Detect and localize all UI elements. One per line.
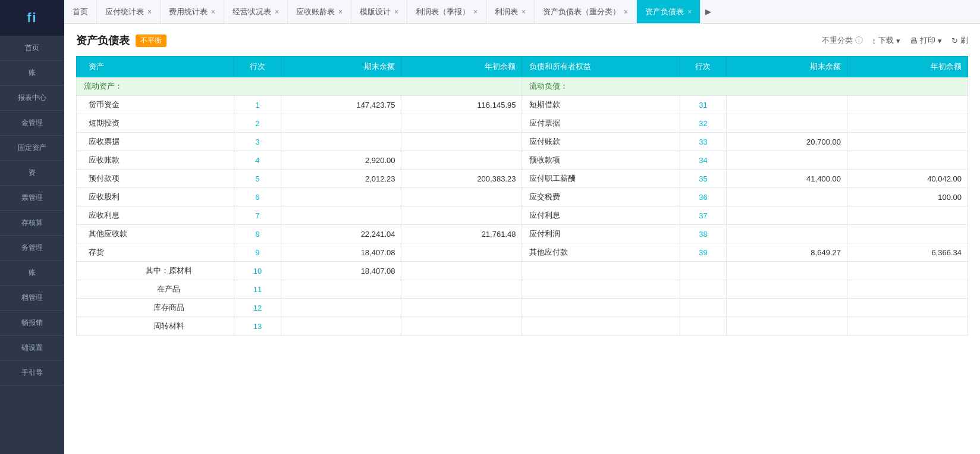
sidebar-item-home[interactable]: 首页 bbox=[0, 36, 64, 61]
download-button[interactable]: ↕ 下载 ▾ bbox=[872, 35, 901, 46]
tab-payable-stats[interactable]: 应付统计表 × bbox=[97, 0, 161, 24]
print-button[interactable]: 🖶 打印 ▾ bbox=[910, 35, 942, 46]
liability-rownum: 39 bbox=[680, 243, 726, 262]
col-header-rownum-left: 行次 bbox=[234, 57, 281, 77]
liability-start-balance bbox=[847, 262, 968, 280]
section-label-left: 流动资产： bbox=[77, 77, 522, 96]
liability-name[interactable] bbox=[522, 280, 680, 299]
liability-end-balance bbox=[726, 262, 847, 280]
asset-name[interactable]: 应收利息 bbox=[77, 206, 234, 225]
page-area: 资产负债表 不平衡 不重分类 ⓘ ↕ 下载 ▾ 🖶 打印 bbox=[64, 24, 980, 454]
asset-name[interactable]: 应收股利 bbox=[77, 188, 234, 206]
liability-name[interactable]: 应付利息 bbox=[522, 206, 680, 225]
asset-rownum: 11 bbox=[234, 280, 281, 299]
close-tab-operation-status[interactable]: × bbox=[275, 8, 279, 16]
sidebar-item-capital[interactable]: 资 bbox=[0, 161, 64, 186]
col-header-start-bal-right: 年初余额 bbox=[847, 57, 968, 77]
tab-receivable-aging[interactable]: 应收账龄表 × bbox=[288, 0, 351, 24]
tab-template-design[interactable]: 模版设计 × bbox=[351, 0, 407, 24]
asset-name[interactable]: 其中：原材料 bbox=[77, 262, 234, 280]
liability-name[interactable]: 其他应付款 bbox=[522, 243, 680, 262]
asset-name[interactable]: 货币资金 bbox=[77, 96, 234, 114]
liability-rownum bbox=[680, 262, 726, 280]
sidebar-logo: fi bbox=[0, 0, 64, 36]
asset-start-balance: 200,383.23 bbox=[401, 170, 522, 188]
sidebar-item-fixed-assets[interactable]: 固定资产 bbox=[0, 136, 64, 161]
asset-start-balance bbox=[401, 151, 522, 170]
close-tab-receivable-aging[interactable]: × bbox=[338, 8, 343, 16]
col-header-liability: 负债和所有者权益 bbox=[522, 57, 680, 77]
asset-name[interactable]: 短期投资 bbox=[77, 114, 234, 133]
liability-rownum: 35 bbox=[680, 170, 726, 188]
asset-name[interactable]: 周转材料 bbox=[77, 317, 234, 336]
table-row: 其中：原材料 10 18,407.08 bbox=[77, 262, 968, 280]
close-tab-expense-stats[interactable]: × bbox=[211, 8, 215, 16]
close-tab-payable-stats[interactable]: × bbox=[147, 8, 152, 16]
tab-operation-status[interactable]: 经营状况表 × bbox=[224, 0, 288, 24]
asset-name[interactable]: 库存商品 bbox=[77, 299, 234, 317]
liability-start-balance bbox=[847, 317, 968, 336]
liability-name[interactable]: 应付票据 bbox=[522, 114, 680, 133]
tab-balance-reclassified[interactable]: 资产负债表（重分类） × bbox=[535, 0, 637, 24]
liability-name[interactable]: 应付账款 bbox=[522, 133, 680, 151]
asset-name[interactable]: 应收账款 bbox=[77, 151, 234, 170]
liability-start-balance: 6,366.34 bbox=[847, 243, 968, 262]
asset-rownum: 2 bbox=[234, 114, 281, 133]
sidebar-item-task-mgmt[interactable]: 务管理 bbox=[0, 236, 64, 261]
asset-name[interactable]: 其他应收款 bbox=[77, 225, 234, 243]
col-header-rownum-right: 行次 bbox=[680, 57, 726, 77]
asset-end-balance: 2,012.23 bbox=[281, 170, 401, 188]
tab-profit[interactable]: 利润表 × bbox=[486, 0, 535, 24]
liability-name[interactable]: 应交税费 bbox=[522, 188, 680, 206]
sidebar-item-ledger[interactable]: 账 bbox=[0, 261, 64, 286]
table-row: 库存商品 12 bbox=[77, 299, 968, 317]
liability-name[interactable]: 应付职工薪酬 bbox=[522, 170, 680, 188]
liability-end-balance bbox=[726, 206, 847, 225]
close-tab-balance-sheet[interactable]: × bbox=[687, 8, 692, 16]
col-header-end-bal-left: 期末余额 bbox=[281, 57, 401, 77]
sidebar-item-invoice-mgmt[interactable]: 票管理 bbox=[0, 186, 64, 211]
refresh-button[interactable]: ↻ 刷 bbox=[951, 35, 968, 46]
close-tab-template-design[interactable]: × bbox=[394, 8, 398, 16]
sidebar-item-file-mgmt[interactable]: 档管理 bbox=[0, 286, 64, 311]
liability-end-balance bbox=[726, 299, 847, 317]
liability-name[interactable] bbox=[522, 262, 680, 280]
sidebar-item-report-center[interactable]: 报表中心 bbox=[0, 86, 64, 111]
asset-start-balance bbox=[401, 114, 522, 133]
liability-name[interactable]: 应付利润 bbox=[522, 225, 680, 243]
tab-balance-sheet[interactable]: 资产负债表 × bbox=[637, 0, 701, 24]
liability-name[interactable] bbox=[522, 317, 680, 336]
liability-start-balance bbox=[847, 151, 968, 170]
close-tab-balance-reclassified[interactable]: × bbox=[624, 8, 628, 16]
tab-expense-stats[interactable]: 费用统计表 × bbox=[161, 0, 224, 24]
asset-name[interactable]: 应收票据 bbox=[77, 133, 234, 151]
liability-name[interactable] bbox=[522, 299, 680, 317]
page-header: 资产负债表 不平衡 不重分类 ⓘ ↕ 下载 ▾ 🖶 打印 bbox=[76, 33, 968, 48]
sidebar-item-fund-mgmt[interactable]: 金管理 bbox=[0, 111, 64, 136]
main-content: 首页 应付统计表 × 费用统计表 × 经营状况表 × 应收账龄表 × 模版设计 … bbox=[64, 0, 980, 454]
close-tab-profit[interactable]: × bbox=[522, 8, 526, 16]
sidebar-item-account[interactable]: 账 bbox=[0, 61, 64, 86]
liability-name[interactable]: 短期借款 bbox=[522, 96, 680, 114]
liability-rownum bbox=[680, 280, 726, 299]
liability-end-balance bbox=[726, 188, 847, 206]
close-tab-profit-quarterly[interactable]: × bbox=[473, 8, 478, 16]
asset-name[interactable]: 在产品 bbox=[77, 280, 234, 299]
tab-home[interactable]: 首页 bbox=[64, 0, 97, 24]
sidebar-item-inventory[interactable]: 存核算 bbox=[0, 211, 64, 236]
liability-end-balance bbox=[726, 151, 847, 170]
asset-name[interactable]: 预付款项 bbox=[77, 170, 234, 188]
sidebar-item-expense[interactable]: 畅报销 bbox=[0, 311, 64, 336]
tab-profit-quarterly[interactable]: 利润表（季报） × bbox=[407, 0, 486, 24]
sidebar-item-guide[interactable]: 手引导 bbox=[0, 361, 64, 386]
asset-rownum: 1 bbox=[234, 96, 281, 114]
tab-scroll-right[interactable]: ▶ bbox=[701, 0, 716, 24]
liability-start-balance bbox=[847, 133, 968, 151]
asset-name[interactable]: 存货 bbox=[77, 243, 234, 262]
table-row: 预付款项 5 2,012.23 200,383.23 应付职工薪酬 35 41,… bbox=[77, 170, 968, 188]
table-row: 应收票据 3 应付账款 33 20,700.00 bbox=[77, 133, 968, 151]
help-icon[interactable]: ⓘ bbox=[855, 35, 863, 46]
liability-start-balance: 40,042.00 bbox=[847, 170, 968, 188]
liability-name[interactable]: 预收款项 bbox=[522, 151, 680, 170]
sidebar-item-settings[interactable]: 础设置 bbox=[0, 336, 64, 361]
